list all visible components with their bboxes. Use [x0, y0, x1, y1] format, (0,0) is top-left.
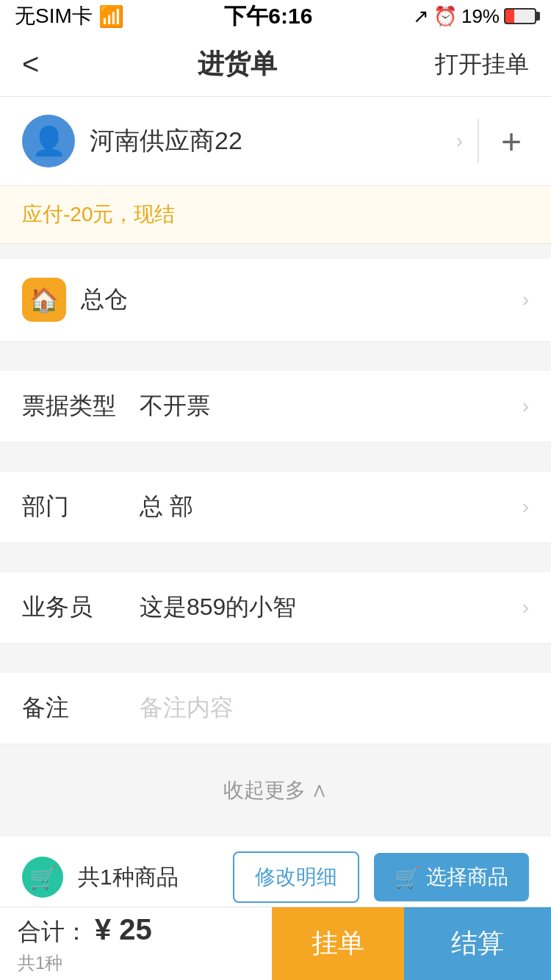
total-amount: ¥ 25	[95, 913, 152, 945]
supplier-chevron-icon: ›	[456, 129, 463, 153]
salesperson-label: 业务员	[22, 591, 140, 624]
status-bar: 无SIM卡 📶 下午6:16 ↗ ⏰ 19%	[0, 0, 551, 32]
invoice-chevron-icon: ›	[522, 394, 529, 418]
salesperson-chevron-icon: ›	[522, 596, 529, 619]
status-right: ↗ ⏰ 19%	[413, 5, 536, 28]
remark-label: 备注	[22, 692, 140, 724]
edit-detail-button[interactable]: 修改明细	[233, 851, 359, 903]
bottom-bar: 合计： ¥ 25 共1种 挂单 结算	[0, 907, 551, 980]
salesperson-row[interactable]: 业务员 这是859的小智 ›	[0, 572, 551, 644]
invoice-value: 不开票	[140, 390, 522, 422]
status-time: 下午6:16	[224, 1, 312, 32]
alarm-icon: ⏰	[433, 5, 457, 28]
select-product-button[interactable]: 🛒 选择商品	[374, 853, 529, 901]
battery-percent: 19%	[461, 5, 500, 28]
department-row[interactable]: 部门 总 部 ›	[0, 472, 551, 543]
wifi-icon: 📶	[98, 4, 124, 29]
select-product-icon: 🛒	[395, 865, 420, 890]
department-chevron-icon: ›	[522, 495, 529, 519]
warehouse-icon: 🏠	[22, 278, 66, 322]
supplier-section: 👤 河南供应商22 › + 应付-20元，现结	[0, 97, 551, 244]
invoice-label: 票据类型	[22, 390, 140, 422]
product-count-label: 共1种商品	[78, 862, 218, 893]
hang-button[interactable]: 挂单	[272, 907, 404, 980]
invoice-row[interactable]: 票据类型 不开票 ›	[0, 371, 551, 442]
collapse-bar[interactable]: 收起更多 ∧	[0, 759, 551, 822]
divider	[478, 119, 479, 163]
checkout-button[interactable]: 结算	[404, 907, 551, 980]
remark-card: 备注 备注内容	[0, 673, 551, 744]
warehouse-row[interactable]: 🏠 总仓 ›	[0, 259, 551, 342]
salesperson-card: 业务员 这是859的小智 ›	[0, 572, 551, 644]
product-count-icon: 🛒	[22, 857, 63, 898]
total-label: 合计：	[18, 918, 88, 945]
warehouse-card: 🏠 总仓 ›	[0, 259, 551, 342]
collapse-label: 收起更多 ∧	[223, 777, 328, 804]
battery-icon	[504, 8, 536, 24]
remark-row[interactable]: 备注 备注内容	[0, 673, 551, 744]
supplier-avatar: 👤	[22, 115, 75, 167]
open-hang-button[interactable]: 打开挂单	[435, 48, 529, 81]
bottom-total: 合计： ¥ 25 共1种	[0, 907, 272, 980]
department-label: 部门	[22, 491, 140, 523]
department-card: 部门 总 部 ›	[0, 472, 551, 543]
remark-placeholder[interactable]: 备注内容	[140, 692, 529, 724]
supplier-notice: 应付-20元，现结	[0, 186, 551, 243]
invoice-card: 票据类型 不开票 ›	[0, 371, 551, 442]
salesperson-value: 这是859的小智	[140, 591, 522, 624]
nav-bar: < 进货单 打开挂单	[0, 32, 551, 97]
total-count: 共1种	[18, 951, 254, 975]
location-icon: ↗	[413, 5, 429, 28]
add-button[interactable]: +	[494, 121, 529, 162]
main-content: 👤 河南供应商22 › + 应付-20元，现结 🏠 总仓 › 票据类型 不开票 …	[0, 97, 551, 980]
page-title: 进货单	[198, 46, 277, 82]
supplier-row[interactable]: 👤 河南供应商22 › +	[0, 97, 551, 186]
department-value: 总 部	[140, 491, 522, 523]
carrier-text: 无SIM卡	[15, 2, 93, 30]
supplier-name: 河南供应商22	[90, 124, 456, 158]
warehouse-name: 总仓	[81, 284, 522, 316]
status-left: 无SIM卡 📶	[15, 2, 124, 30]
person-icon: 👤	[32, 125, 66, 157]
select-product-label: 选择商品	[426, 863, 508, 891]
house-icon: 🏠	[29, 286, 59, 314]
warehouse-chevron-icon: ›	[522, 288, 529, 311]
cart-icon: 🛒	[29, 865, 57, 890]
total-amount-line: 合计： ¥ 25	[18, 913, 254, 948]
back-button[interactable]: <	[22, 48, 39, 81]
